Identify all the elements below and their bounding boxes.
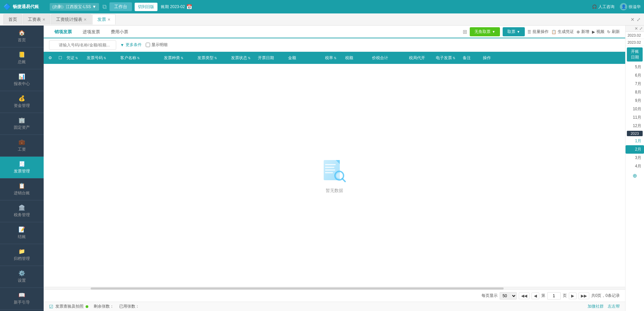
invoice-tab-close[interactable]: ✕ [107,17,110,22]
close-all-icon[interactable]: ✕ [631,17,635,22]
tax-icon: 🏛️ [18,204,25,211]
table-header: ⚙ ☐ 凭证 ⇅ 发票号码 ⇅ 客户名称 ⇅ 发票种类 [44,52,625,64]
sidebar-item-tax[interactable]: 🏛️ 税务管理 [0,200,44,222]
logo-area: 🔷 畅捷通易代账 [3,3,47,10]
sub-tab-outgoing[interactable]: 销项发票 [49,26,77,38]
date-month-8[interactable]: 8月 [626,88,644,96]
tab-payroll[interactable]: 工资表 ✕ [23,14,50,25]
date-list-expand-icon[interactable]: ⊕ [626,170,644,181]
support-button[interactable]: 🎧 人工咨询 [592,4,614,10]
date-month-4[interactable]: 4月 [626,162,644,170]
new-button[interactable]: ⊕ 新增 [577,29,589,35]
electronic-sort-icon[interactable]: ⇅ [453,56,455,60]
sidebar-item-settings[interactable]: ⚙️ 设置 [0,266,44,288]
invoice-status-sort-icon[interactable]: ⇅ [248,56,250,60]
date-month-9[interactable]: 9月 [626,96,644,105]
show-detail-checkbox[interactable]: 显示明细 [146,42,168,48]
right-panel-maximize-icon[interactable]: ⤢ [639,26,643,31]
right-panel-close-icon[interactable]: ✕ [635,26,638,31]
svg-rect-4 [325,172,333,173]
next-page-button[interactable]: ▶ [569,293,577,299]
sidebar-item-guide[interactable]: 📖 新手引导 [0,288,44,310]
sidebar-item-home[interactable]: 🏠 首页 [0,26,44,47]
date-month-10[interactable]: 10月 [626,105,644,113]
help-link[interactable]: 左左帮 [608,304,620,309]
calendar-icon[interactable]: 📅 [186,4,192,9]
invoice-type-sort-icon[interactable]: ⇅ [181,56,183,60]
refresh-button[interactable]: ↻ 刷新 [607,29,620,35]
th-amount: 金额 [286,55,323,61]
company-selector[interactable]: (勿删）江西股宝-LSS ▼ [50,3,99,11]
generate-voucher-button[interactable]: 📋 生成凭证 [551,29,574,35]
sidebar-item-reports[interactable]: 📊 报表中心 [0,69,44,91]
th-checkbox[interactable]: ☐ [56,55,64,60]
close-period-icon: 📝 [18,226,25,233]
date-month-6[interactable]: 6月 [626,71,644,80]
payroll-tab-close[interactable]: ✕ [42,17,45,22]
funds-icon: 💰 [18,95,25,102]
sidebar-item-funds[interactable]: 💰 资金管理 [0,91,44,113]
date-month-2-active[interactable]: 2月 [626,145,644,154]
date-month-5[interactable]: 5月 [626,63,644,71]
invoice-no-sort-icon[interactable]: ⇅ [103,56,106,60]
invoice-category-sort-icon[interactable]: ⇅ [214,56,217,60]
sidebar-item-invoice[interactable]: 🧾 发票管理 [0,157,44,179]
tab-home[interactable]: 首页 [3,14,22,25]
open-period-button[interactable]: 开账日期 [627,47,643,62]
sub-tab-incoming[interactable]: 进项发票 [77,26,105,38]
take-ticket-dropdown-icon: ▼ [517,30,520,34]
sub-tab-expense[interactable]: 费用小票 [105,26,134,38]
sidebar-item-close[interactable]: 📝 结账 [0,222,44,244]
period-entry-2[interactable]: 2023.02 [626,39,644,46]
last-page-button[interactable]: ▶▶ [579,293,589,299]
invoice-tab-label: 发票 [97,16,106,23]
sidebar-item-ledger[interactable]: 📒 总账 [0,47,44,69]
tab-invoice[interactable]: 发票 ✕ [92,14,116,25]
customer-sort-icon[interactable]: ⇅ [137,56,140,60]
video-icon: ▶ [592,30,595,34]
grid-view-icon[interactable]: ⊞ [463,29,467,35]
th-invoice-category: 发票类型 ⇅ [195,55,229,61]
sidebar-label-close: 结账 [18,234,26,240]
join-community-link[interactable]: 加微社群 [588,304,604,309]
table-scroll-thumb[interactable] [91,287,504,289]
dropdown-arrow-icon: ▼ [92,4,96,9]
switch-version-button[interactable]: 切到旧版 [135,3,157,11]
date-month-11[interactable]: 11月 [626,113,644,122]
sidebar-item-assets[interactable]: 🏢 固定资产 [0,113,44,135]
table-scrollbar[interactable] [44,287,625,289]
date-month-3[interactable]: 3月 [626,154,644,162]
invoice-check-icon[interactable]: ☑ [49,304,53,309]
voucher-sort-icon[interactable]: ⇅ [75,56,78,60]
tab-bar-actions: ✕ ⤢ [631,17,641,22]
prev-page-button[interactable]: ◀ [532,293,539,299]
date-month-12[interactable]: 12月 [626,122,644,130]
sidebar-item-membership[interactable]: 👑 畅会员 [0,310,44,311]
more-conditions-button[interactable]: ▼ 更多条件 [120,42,142,48]
first-page-button[interactable]: ◀◀ [519,293,530,299]
batch-ops-button[interactable]: ☰ 批量操作 [527,29,549,35]
per-page-select[interactable]: 20 50 100 [500,292,517,300]
workbench-button[interactable]: 工作台 [109,2,132,11]
used-label: 已用张数： [119,304,139,309]
user-avatar[interactable]: 👤 徐溢华 [620,3,641,10]
payroll-report-tab-close[interactable]: ✕ [84,17,87,22]
tax-rate-sort-icon[interactable]: ⇅ [334,56,336,60]
th-tax-amount: 税额 [343,55,370,61]
footer-links: 加微社群 左左帮 [588,304,620,309]
video-button[interactable]: ▶ 视频 [592,29,604,35]
period-entry-1[interactable]: 2023.02 [626,32,644,39]
show-detail-check-input[interactable] [146,43,150,47]
sidebar-item-archive[interactable]: 📁 归档管理 [0,244,44,266]
no-ticket-button[interactable]: 无鱼取票 ▼ [470,27,500,36]
tab-payroll-report[interactable]: 工资统计报表 ✕ [51,14,92,25]
search-input[interactable] [49,40,116,50]
page-input[interactable] [547,292,561,300]
sidebar-label-settings: 设置 [18,278,26,283]
date-month-1[interactable]: 1月 [626,137,644,145]
sidebar-item-payroll[interactable]: 💼 工资 [0,135,44,157]
maximize-icon[interactable]: ⤢ [637,17,641,22]
sidebar-item-sales-ledger[interactable]: 📋 进销台账 [0,179,44,200]
take-ticket-button[interactable]: 取票 ▼ [503,27,525,36]
date-month-7[interactable]: 7月 [626,80,644,88]
